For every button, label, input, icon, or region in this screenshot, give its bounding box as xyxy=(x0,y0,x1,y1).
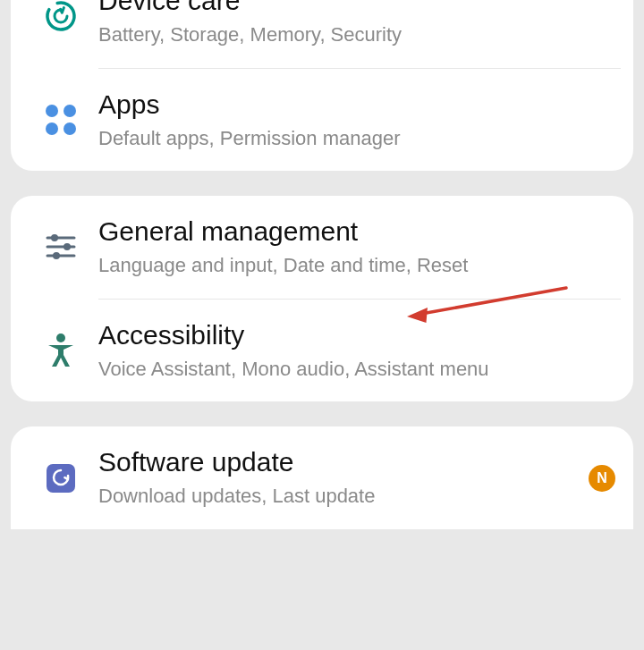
row-title: General management xyxy=(98,215,615,248)
row-title: Accessibility xyxy=(98,319,615,351)
settings-group-1: Device care Battery, Storage, Memory, Se… xyxy=(11,0,633,171)
settings-group-3: Software update Download updates, Last u… xyxy=(11,426,633,529)
row-title: Device care xyxy=(98,0,615,17)
device-care-icon xyxy=(23,0,98,33)
settings-group-2: General management Language and input, D… xyxy=(11,196,633,401)
row-texts: Apps Default apps, Permission manager xyxy=(98,89,615,152)
svg-point-7 xyxy=(56,333,65,342)
settings-row-device-care[interactable]: Device care Battery, Storage, Memory, Se… xyxy=(11,0,633,68)
row-subtitle: Voice Assistant, Mono audio, Assistant m… xyxy=(98,357,615,383)
row-texts: Accessibility Voice Assistant, Mono audi… xyxy=(98,319,615,383)
row-subtitle: Default apps, Permission manager xyxy=(98,126,615,152)
sliders-icon xyxy=(23,232,98,262)
svg-rect-8 xyxy=(47,464,75,493)
row-title: Software update xyxy=(98,446,580,478)
svg-point-4 xyxy=(51,234,58,241)
settings-row-accessibility[interactable]: Accessibility Voice Assistant, Mono audi… xyxy=(11,300,633,402)
row-subtitle: Download updates, Last update xyxy=(98,484,580,510)
settings-row-apps[interactable]: Apps Default apps, Permission manager xyxy=(11,69,633,172)
row-subtitle: Battery, Storage, Memory, Security xyxy=(98,22,615,48)
row-texts: Device care Battery, Storage, Memory, Se… xyxy=(98,0,615,48)
svg-point-6 xyxy=(53,252,60,259)
row-subtitle: Language and input, Date and time, Reset xyxy=(98,253,615,279)
apps-icon xyxy=(23,105,98,135)
accessibility-icon xyxy=(23,333,98,368)
update-icon xyxy=(23,463,98,494)
notification-badge: N xyxy=(589,465,615,492)
badge-letter: N xyxy=(589,465,615,492)
settings-row-general-management[interactable]: General management Language and input, D… xyxy=(11,196,633,299)
row-texts: General management Language and input, D… xyxy=(98,215,615,279)
settings-row-software-update[interactable]: Software update Download updates, Last u… xyxy=(11,426,633,529)
row-texts: Software update Download updates, Last u… xyxy=(98,446,580,510)
svg-point-0 xyxy=(44,0,78,33)
row-title: Apps xyxy=(98,89,615,121)
svg-point-5 xyxy=(64,243,71,250)
